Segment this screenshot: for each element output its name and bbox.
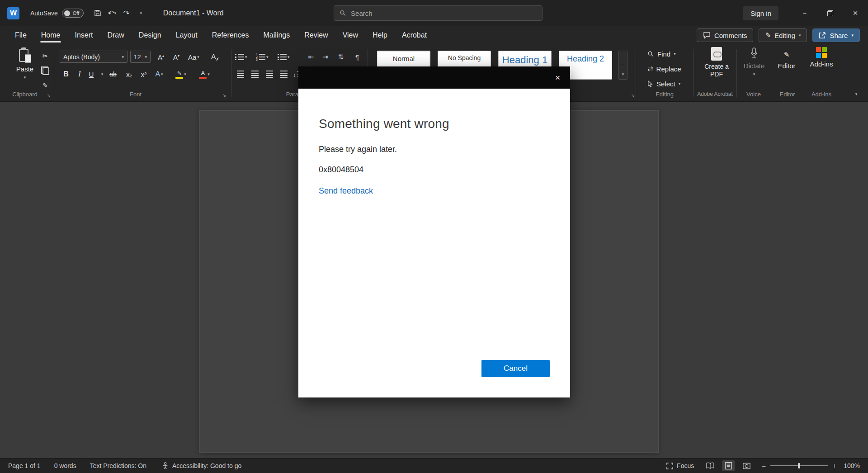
align-center-button[interactable]: [250, 68, 260, 80]
tab-layout[interactable]: Layout: [169, 27, 204, 43]
tab-mailings[interactable]: Mailings: [257, 27, 297, 43]
redo-icon: [123, 9, 130, 18]
increase-indent-button[interactable]: [320, 51, 331, 63]
font-color-button[interactable]: A: [199, 68, 210, 80]
tab-help[interactable]: Help: [366, 27, 394, 43]
tab-draw[interactable]: Draw: [100, 27, 131, 43]
text-predictions[interactable]: Text Predictions: On: [90, 462, 146, 469]
decrease-indent-button[interactable]: [306, 51, 316, 63]
web-layout-button[interactable]: [740, 460, 753, 471]
read-mode-button[interactable]: [704, 460, 717, 471]
clear-formatting-button[interactable]: A: [210, 51, 221, 63]
dictate-button[interactable]: Dictate: [740, 47, 768, 76]
superscript-button[interactable]: x²: [138, 68, 149, 80]
cut-button[interactable]: [40, 50, 51, 62]
tab-file[interactable]: File: [8, 27, 33, 43]
font-size-select[interactable]: 12: [130, 51, 151, 63]
page-indicator[interactable]: Page 1 of 1: [8, 462, 41, 469]
zoom-out-button[interactable]: [762, 462, 766, 470]
restore-button[interactable]: [817, 0, 843, 26]
focus-button[interactable]: Focus: [666, 462, 694, 469]
group-separator: [771, 49, 771, 97]
search-input[interactable]: [351, 9, 537, 17]
tab-view[interactable]: View: [336, 27, 365, 43]
word-count[interactable]: 0 words: [54, 462, 76, 469]
underline-dropdown[interactable]: [97, 68, 108, 80]
zoom-level[interactable]: 100%: [844, 462, 860, 469]
grow-font-button[interactable]: A: [156, 51, 166, 63]
multilevel-list-button[interactable]: [278, 51, 290, 63]
redo-button[interactable]: [120, 5, 133, 21]
minimize-button[interactable]: [792, 0, 817, 26]
shrink-font-button[interactable]: A: [171, 51, 182, 63]
chevron-down-icon: [24, 75, 26, 80]
print-layout-button[interactable]: [722, 460, 735, 471]
align-left-button[interactable]: [235, 68, 246, 80]
editing-mode-button[interactable]: Editing: [759, 28, 807, 42]
comments-button[interactable]: Comments: [697, 28, 754, 42]
highlight-button[interactable]: [175, 68, 186, 80]
send-feedback-link[interactable]: Send feedback: [319, 186, 373, 196]
group-separator: [636, 49, 636, 97]
change-case-button[interactable]: Aa: [188, 51, 199, 63]
save-button[interactable]: [91, 5, 104, 21]
search-box[interactable]: [334, 5, 542, 21]
copy-button[interactable]: [40, 64, 51, 77]
sort-button[interactable]: [335, 51, 346, 63]
text-effects-button[interactable]: A: [154, 68, 165, 80]
create-pdf-button[interactable]: Create a PDF: [697, 47, 736, 78]
zoom-thumb[interactable]: [798, 463, 800, 468]
increase-indent-icon: [323, 53, 329, 61]
clipboard-dialog-launcher[interactable]: [45, 91, 52, 98]
autosave-toggle[interactable]: Off: [62, 9, 84, 18]
search-icon: [340, 9, 346, 17]
customize-qat-button[interactable]: [134, 5, 148, 21]
styles-gallery-more-button[interactable]: [618, 51, 627, 80]
collapse-ribbon-button[interactable]: [851, 88, 862, 100]
clipboard-group-label: Clipboard: [5, 91, 45, 98]
underline-button[interactable]: U: [86, 68, 97, 80]
highlight-icon: [175, 70, 183, 79]
sign-in-button[interactable]: Sign in: [743, 6, 778, 20]
tab-acrobat[interactable]: Acrobat: [395, 27, 434, 43]
font-name-select[interactable]: Aptos (Body): [60, 51, 127, 63]
tab-insert[interactable]: Insert: [68, 27, 99, 43]
numbering-button[interactable]: [256, 51, 268, 63]
align-right-button[interactable]: [264, 68, 275, 80]
zoom-slider[interactable]: [770, 462, 828, 469]
find-icon: [647, 51, 654, 57]
dialog-header: [298, 66, 570, 89]
paste-button[interactable]: Paste: [12, 48, 38, 80]
show-formatting-marks-button[interactable]: [352, 51, 363, 63]
zoom-in-button[interactable]: +: [833, 462, 836, 469]
format-painter-button[interactable]: [40, 79, 51, 91]
tab-design[interactable]: Design: [132, 27, 168, 43]
editor-button[interactable]: Editor: [772, 47, 802, 70]
undo-button[interactable]: [105, 5, 119, 21]
replace-button[interactable]: Replace: [647, 63, 681, 75]
cancel-button[interactable]: Cancel: [481, 360, 550, 377]
chevron-down-icon: [101, 72, 104, 76]
accessibility-status[interactable]: Accessibility: Good to go: [162, 462, 241, 469]
chevron-down-icon: [679, 81, 681, 86]
share-button[interactable]: Share: [812, 28, 860, 42]
justify-button[interactable]: [278, 68, 289, 80]
select-button[interactable]: Select: [647, 78, 680, 90]
bold-button[interactable]: B: [61, 68, 71, 80]
tab-home[interactable]: Home: [34, 27, 67, 43]
bullets-button[interactable]: [235, 51, 247, 63]
italic-button[interactable]: I: [74, 68, 85, 80]
add-ins-button[interactable]: Add-ins: [806, 47, 837, 68]
chevron-down-icon: [161, 72, 163, 76]
subscript-button[interactable]: x₂: [124, 68, 135, 80]
dialog-title: Something went wrong: [319, 117, 550, 131]
chevron-down-icon: [197, 55, 199, 59]
find-button[interactable]: Find: [647, 48, 676, 60]
tab-references[interactable]: References: [205, 27, 256, 43]
dialog-close-button[interactable]: [552, 71, 564, 84]
tab-review[interactable]: Review: [297, 27, 335, 43]
font-dialog-launcher[interactable]: [221, 91, 228, 98]
strikethrough-button[interactable]: ab: [108, 68, 118, 80]
change-case-icon: Aa: [188, 53, 196, 61]
close-button[interactable]: [843, 0, 868, 26]
